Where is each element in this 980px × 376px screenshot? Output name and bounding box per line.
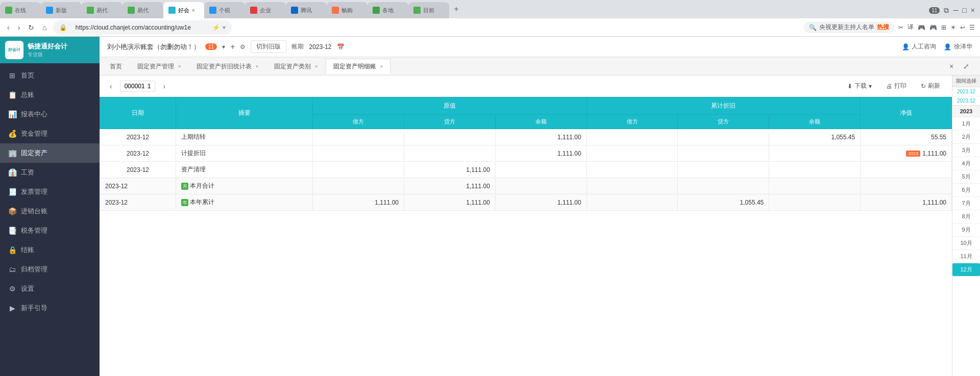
account-badge: 11 — [205, 43, 217, 50]
sidebar-title: 畅捷通好会计 — [28, 42, 67, 51]
month-item-4[interactable]: 4月 — [952, 157, 980, 170]
sidebar-item-ledger[interactable]: 📋 总账 — [0, 85, 100, 105]
sidebar-item-guide[interactable]: ▶ 新手引导 — [0, 298, 100, 318]
tab-home[interactable]: 首页 — [102, 59, 130, 74]
month-item-7[interactable]: 7月 — [952, 197, 980, 210]
selected-date-start: 2023.12 — [952, 87, 980, 96]
tab-depreciation[interactable]: 固定资产折旧统计表 × — [189, 59, 266, 74]
sidebar-item-fixed-assets[interactable]: 🏢 固定资产 — [0, 143, 100, 163]
forward-button[interactable]: › — [16, 22, 22, 33]
address-input[interactable] — [69, 22, 210, 33]
cell-summary: 计提折旧 — [176, 145, 313, 162]
browser-tab-yidai1[interactable]: 易代 — [82, 2, 122, 18]
account-code-box: 000001 1 — [120, 81, 156, 92]
window-maximize-icon[interactable]: □ — [962, 6, 966, 14]
reload-button[interactable]: ↻ — [26, 22, 36, 33]
cell-orig-balance: 1,111.00 — [495, 145, 586, 162]
panel-expand-button[interactable]: ⤢ — [960, 60, 972, 72]
grid-icon[interactable]: ⊞ — [941, 24, 946, 31]
back-button[interactable]: ‹ — [5, 22, 12, 33]
tab-close-haohui[interactable]: × — [192, 8, 195, 13]
translate-icon[interactable]: 译 — [908, 23, 914, 32]
browser-tab-yidai2[interactable]: 易代 — [122, 2, 163, 18]
month-item-1[interactable]: 1月 — [952, 117, 980, 131]
refresh-button[interactable]: ↻ 刷新 — [917, 80, 944, 92]
sidebar-item-closing[interactable]: 🔒 结账 — [0, 240, 100, 260]
tab-close-category[interactable]: × — [315, 64, 318, 69]
browser-tab-muqian[interactable]: 目前 — [408, 2, 449, 18]
window-close-icon[interactable]: × — [971, 6, 975, 14]
tab-label-muqian: 目前 — [423, 7, 434, 14]
month-item-11[interactable]: 11月 — [952, 250, 980, 263]
col-accum-balance: 余额 — [769, 115, 861, 129]
next-record-button[interactable]: › — [160, 81, 168, 91]
browser-tab-tencent[interactable]: 腾讯 — [286, 2, 327, 18]
sidebar-item-tax[interactable]: 📑 税务管理 — [0, 221, 100, 240]
window-restore-icon[interactable]: ⧉ — [944, 6, 949, 15]
tab-category[interactable]: 固定资产类别 × — [266, 59, 326, 74]
prev-record-button[interactable]: ‹ — [107, 81, 115, 91]
sidebar-item-archive[interactable]: 🗂 归档管理 — [0, 260, 100, 279]
calendar-icon[interactable]: 📅 — [337, 43, 345, 51]
month-item-5[interactable]: 5月 — [952, 170, 980, 184]
browser-search-box[interactable]: 🔍 央视更新主持人名单 热搜 — [804, 21, 894, 33]
browser-tab-qiye[interactable]: 企业 — [245, 2, 286, 18]
sidebar-item-reports[interactable]: 📊 报表中心 — [0, 105, 100, 124]
sidebar-item-home[interactable]: ⊞ 首页 — [0, 66, 100, 85]
rewards-icon[interactable]: 🎮 — [918, 24, 925, 31]
print-button[interactable]: 🖨 打印 — [882, 80, 911, 92]
sidebar-item-purchase-sale[interactable]: 📦 进销台账 — [0, 202, 100, 221]
games-icon[interactable]: 🎮 — [929, 24, 937, 31]
tab-icon-geshui — [209, 7, 216, 14]
home-button[interactable]: ⌂ — [40, 22, 48, 33]
service-button[interactable]: 👤 人工咨询 — [902, 42, 936, 51]
month-item-2[interactable]: 2月 — [952, 131, 980, 144]
content-area: ‹ 000001 1 › ⬇ 下载 ▾ 🖨 打 — [100, 76, 952, 376]
reports-menu-icon: 📊 — [8, 110, 17, 119]
browser-tab-new[interactable]: 新版 — [41, 2, 82, 18]
month-item-9[interactable]: 9月 — [952, 223, 980, 237]
dropdown-icon[interactable]: ▾ — [222, 43, 225, 51]
user-area[interactable]: 👤 徐泽华 — [944, 42, 972, 51]
tab-close-depreciation[interactable]: × — [256, 64, 259, 69]
download-button[interactable]: ⬇ 下载 ▾ — [843, 80, 876, 92]
cell-accum-credit — [678, 129, 769, 145]
sidebar-item-settings[interactable]: ⚙ 设置 — [0, 279, 100, 298]
month-item-6[interactable]: 6月 — [952, 184, 980, 197]
month-item-10[interactable]: 10月 — [952, 237, 980, 250]
tab-icon-online — [5, 7, 12, 14]
settings-gear-icon[interactable]: ⚙ — [240, 43, 246, 51]
theme-icon[interactable]: ☀ — [950, 24, 956, 31]
panel-close-button[interactable]: × — [945, 60, 958, 72]
add-account-button[interactable]: + — [230, 42, 235, 52]
month-item-12[interactable]: 12月 — [952, 263, 980, 277]
tab-close-detail[interactable]: × — [380, 64, 383, 69]
cut-icon[interactable]: ✂ — [898, 24, 903, 31]
cell-accum-balance — [769, 194, 861, 211]
search-icon: 🔍 — [809, 24, 817, 31]
cell-net-value: 2023 1,111.00 — [861, 145, 952, 162]
tab-close-fixed-mgmt[interactable]: × — [178, 64, 181, 69]
menu-icon[interactable]: ☰ — [969, 24, 975, 31]
browser-tab-online[interactable]: 在线 — [0, 2, 41, 18]
right-panel-header: 期间选择 — [952, 76, 980, 87]
sidebar-item-payroll[interactable]: 👔 工资 — [0, 163, 100, 182]
switch-version-button[interactable]: 切到旧版 — [251, 40, 286, 53]
browser-tab-gedi[interactable]: 各地 — [368, 2, 408, 18]
tab-fixed-mgmt[interactable]: 固定资产管理 × — [130, 59, 189, 74]
new-tab-button[interactable]: + — [449, 2, 463, 16]
tab-detail[interactable]: 固定资产明细账 × — [326, 59, 391, 74]
sidebar-label-home: 首页 — [21, 71, 34, 80]
sidebar-item-invoice[interactable]: 🧾 发票管理 — [0, 182, 100, 202]
sidebar-item-funds[interactable]: 💰 资金管理 — [0, 124, 100, 143]
browser-tab-haohui[interactable]: 好会 × — [163, 2, 204, 18]
month-item-8[interactable]: 8月 — [952, 210, 980, 223]
content-toolbar: ‹ 000001 1 › ⬇ 下载 ▾ 🖨 打 — [100, 76, 952, 97]
month-item-3[interactable]: 3月 — [952, 144, 980, 157]
window-minimize-icon[interactable]: ─ — [953, 6, 958, 14]
browser-tab-chang[interactable]: 畅购 — [327, 2, 368, 18]
undo-icon[interactable]: ↩ — [960, 24, 965, 31]
browser-tab-geshui[interactable]: 个税 — [204, 2, 245, 18]
year-item-2023[interactable]: 2023 — [952, 106, 980, 117]
tab-count-badge: 11 — [929, 7, 940, 14]
